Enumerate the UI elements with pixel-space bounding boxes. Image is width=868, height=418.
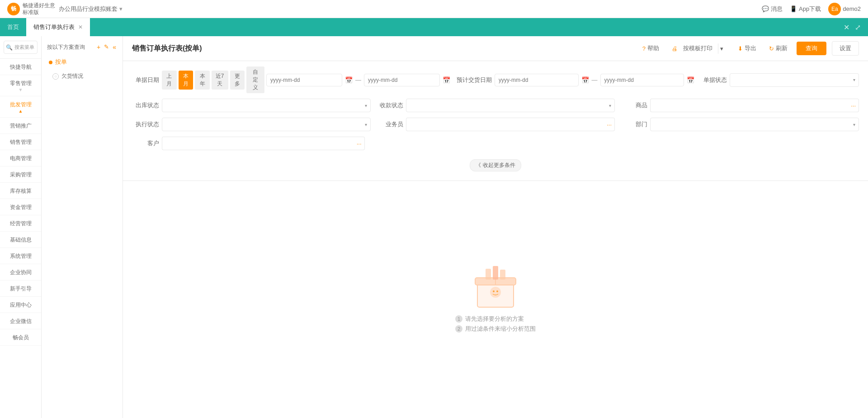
order-status-select[interactable]	[730, 73, 859, 87]
refresh-icon: ↻	[769, 45, 774, 52]
expected-date-end-input[interactable]	[600, 74, 684, 86]
active-dot-icon	[49, 59, 52, 66]
expected-calendar-end-icon[interactable]: 📅	[687, 76, 694, 84]
date-btn-custom[interactable]: 自定义	[246, 66, 264, 93]
message-button[interactable]: 💬 消息	[762, 5, 783, 13]
filter-department: 部门 ▾	[620, 118, 859, 131]
expected-calendar-start-icon[interactable]: 📅	[581, 76, 589, 84]
payment-status-select-wrapper: ▾	[406, 99, 615, 112]
print-button[interactable]: 🖨 按模板打印 ▾	[668, 41, 729, 56]
goods-picker-icon[interactable]: ···	[848, 99, 859, 112]
filter-expected-date: 预计交货日期 📅 — 📅	[456, 74, 694, 86]
department-select-wrapper: ▾	[650, 118, 859, 131]
main-layout: 🔍 搜索菜单 快捷导航 零售管理 ▼ 批发管理 ▲ 营销推广 销售管理 电商管理…	[0, 36, 868, 418]
sidebar-item-new-guide[interactable]: 新手引导	[0, 280, 41, 297]
message-icon: 💬	[762, 5, 769, 12]
sidebar-item-ecommerce[interactable]: 电商管理	[0, 150, 41, 166]
tab-expand-icon[interactable]: ⤢	[853, 21, 863, 33]
search-menu-button[interactable]: 🔍 搜索菜单	[4, 41, 38, 54]
goods-label: 商品	[620, 101, 647, 109]
date-label: 单据日期	[132, 76, 159, 84]
export-button[interactable]: ⬇ 导出	[734, 43, 760, 54]
sidebar-item-system[interactable]: 系统管理	[0, 248, 41, 264]
empty-illustration	[468, 264, 523, 309]
avatar: Ea	[828, 3, 841, 15]
customer-picker-icon[interactable]: ···	[354, 137, 365, 150]
date-btn-this-year[interactable]: 本年	[195, 71, 210, 90]
sidebar-item-corp-collab[interactable]: 企业协同	[0, 264, 41, 280]
sidebar-item-sales-mgmt[interactable]: 销售管理	[0, 134, 41, 150]
settings-button[interactable]: 设置	[832, 41, 859, 56]
customer-picker: ···	[162, 137, 365, 150]
edit-scheme-button[interactable]: ✎	[103, 43, 110, 52]
filter-exec-status: 执行状态 ▾	[132, 118, 371, 131]
salesperson-picker-icon[interactable]: ···	[604, 118, 615, 131]
tab-close-all-icon[interactable]: ✕	[842, 21, 851, 33]
user-info[interactable]: Ea demo2	[828, 3, 861, 15]
help-button[interactable]: ? 帮助	[639, 43, 663, 54]
date-options: 上月 本月 本年 近7天 更多 自定义 📅 — 📅	[162, 66, 450, 93]
sidebar: 🔍 搜索菜单 快捷导航 零售管理 ▼ 批发管理 ▲ 营销推广 销售管理 电商管理…	[0, 36, 42, 418]
date-btn-more[interactable]: 更多	[230, 71, 245, 90]
sidebar-item-quick-nav[interactable]: 快捷导航	[0, 59, 41, 75]
delivery-status-select[interactable]	[162, 99, 371, 112]
sidebar-item-operations[interactable]: 经营管理	[0, 215, 41, 232]
sidebar-item-basic-info[interactable]: 基础信息	[0, 232, 41, 248]
payment-status-select[interactable]	[406, 99, 615, 112]
tab-home[interactable]: 首页	[0, 18, 26, 36]
tab-bar-actions: ✕ ⤢	[842, 21, 868, 33]
sidebar-item-corp-wechat[interactable]: 企业微信	[0, 313, 41, 329]
date-end-input[interactable]	[364, 74, 440, 86]
scheme-sub-item-debt[interactable]: ○ 欠货情况	[42, 70, 123, 83]
exec-status-select[interactable]	[162, 118, 371, 131]
scheme-item-by-order[interactable]: 按单	[42, 54, 123, 70]
date-range: 📅 — 📅	[266, 74, 450, 86]
collapse-panel-button[interactable]: «	[112, 43, 117, 52]
expected-date-start-input[interactable]	[495, 74, 579, 86]
department-label: 部门	[620, 120, 647, 128]
collapse-button[interactable]: 《 收起更多条件	[470, 159, 521, 171]
date-btn-this-month[interactable]: 本月	[179, 71, 193, 90]
sub-item-circle-icon: ○	[52, 73, 59, 80]
hint-num-1: 1	[455, 315, 462, 323]
breadcrumb-arrow-icon[interactable]: ▾	[119, 5, 123, 12]
calendar-end-icon[interactable]: 📅	[443, 76, 450, 84]
content-area: 按以下方案查询 + ✎ « 按单 ○ 欠货情况 销售	[42, 36, 868, 418]
department-select[interactable]	[650, 118, 859, 131]
calendar-start-icon[interactable]: 📅	[345, 76, 353, 84]
page-title: 销售订单执行表(按单)	[132, 44, 202, 53]
date-btn-last-month[interactable]: 上月	[162, 71, 177, 90]
date-start-input[interactable]	[266, 74, 342, 86]
svg-rect-4	[486, 269, 491, 280]
add-scheme-button[interactable]: +	[96, 43, 101, 52]
sidebar-item-wholesale[interactable]: 批发管理 ▲	[0, 96, 41, 118]
sidebar-item-inventory[interactable]: 库存核算	[0, 183, 41, 199]
logo-icon: 畅	[7, 3, 20, 15]
salesperson-input[interactable]	[406, 118, 604, 131]
print-dropdown-icon[interactable]: ▾	[718, 43, 725, 54]
sidebar-item-marketing[interactable]: 营销推广	[0, 118, 41, 134]
query-button[interactable]: 查询	[797, 42, 826, 55]
collapse-up-icon: 《	[476, 162, 481, 169]
search-icon: 🔍	[6, 44, 13, 51]
print-icon: 🖨	[672, 45, 678, 52]
app-download-button[interactable]: 📱 App下载	[790, 5, 821, 13]
salesperson-picker: ···	[406, 118, 615, 131]
svg-point-8	[493, 290, 495, 292]
sidebar-item-app-center[interactable]: 应用中心	[0, 297, 41, 313]
sidebar-item-purchase[interactable]: 采购管理	[0, 166, 41, 183]
tab-sales-exec[interactable]: 销售订单执行表 ✕	[26, 18, 90, 36]
filter-row-3: 执行状态 ▾ 业务员 ···	[132, 118, 859, 131]
refresh-button[interactable]: ↻ 刷新	[765, 43, 791, 54]
empty-state: 1 请先选择要分析的方案 2 用过滤条件来缩小分析范围	[123, 181, 868, 418]
sidebar-item-retail[interactable]: 零售管理 ▼	[0, 75, 41, 96]
date-btn-last-7[interactable]: 近7天	[212, 71, 228, 90]
page-actions: ? 帮助 🖨 按模板打印 ▾ ⬇ 导出 ↻ 刷新	[639, 41, 859, 56]
customer-input[interactable]	[162, 137, 354, 150]
order-status-label: 单据状态	[700, 76, 727, 84]
sidebar-item-finance[interactable]: 资金管理	[0, 199, 41, 215]
tab-close-icon[interactable]: ✕	[78, 24, 83, 30]
sidebar-item-member[interactable]: 畅会员	[0, 329, 41, 346]
goods-input[interactable]	[650, 99, 848, 112]
left-panel-header: 按以下方案查询 + ✎ «	[42, 40, 123, 54]
